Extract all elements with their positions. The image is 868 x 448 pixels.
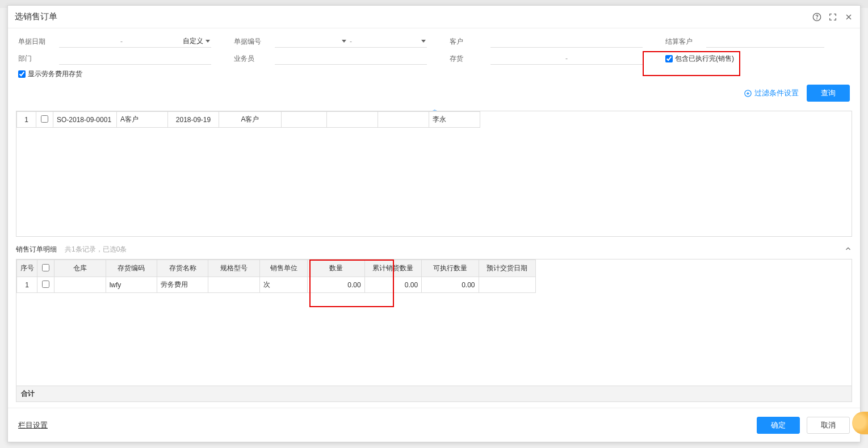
cell-seq: 1 (17, 277, 37, 293)
filter-settle-customer[interactable] (706, 35, 824, 48)
th-spec: 规格型号 (208, 260, 259, 277)
cancel-button[interactable]: 取消 (807, 417, 850, 434)
filter-dept[interactable] (59, 52, 211, 65)
filter-label-docno: 单据编号 (234, 37, 263, 47)
ok-button[interactable]: 确定 (757, 417, 800, 434)
th-stockcode: 存货编码 (106, 260, 157, 277)
cell-seq: 1 (17, 112, 36, 128)
dialog-title: 选销售订单 (15, 11, 812, 22)
cell-qty: 0.00 (308, 277, 364, 293)
dialog-footer: 栏目设置 确定 取消 (8, 408, 860, 442)
cell-docno: SO-2018-09-0001 (53, 112, 117, 128)
filter-label-settlecustomer: 结算客户 (665, 37, 695, 47)
cell-owner: 李永 (429, 112, 480, 128)
filter-label-stock: 存货 (450, 54, 479, 64)
filter-label-customer: 客户 (450, 37, 479, 47)
detail-title: 销售订单明细 (16, 245, 57, 254)
chevron-down-icon (421, 40, 426, 43)
row-checkbox[interactable] (41, 115, 48, 123)
cell-settle-customer: A客户 (219, 112, 282, 128)
cell-cumqty: 0.00 (364, 277, 421, 293)
th-expectdate: 预计交货日期 (479, 260, 535, 277)
help-icon[interactable] (812, 12, 821, 22)
cell-spec (208, 277, 259, 293)
order-table-wrap: 1 SO-2018-09-0001 A客户 2018-09-19 A客户 李永 (16, 111, 852, 237)
table-row[interactable]: 1 lwfy 劳务费用 次 0.00 0.00 0.00 (17, 277, 536, 293)
detail-count: 共1条记录，已选0条 (65, 245, 127, 254)
th-stockname: 存货名称 (157, 260, 208, 277)
sum-row: 合计 (16, 386, 852, 402)
th-cumqty: 累计销货数量 (364, 260, 421, 277)
table-row[interactable]: 1 SO-2018-09-0001 A客户 2018-09-19 A客户 李永 (17, 112, 480, 128)
filter-salesman[interactable] (275, 52, 427, 65)
detail-select-all-checkbox[interactable] (42, 264, 49, 271)
th-execqty: 可执行数量 (422, 260, 479, 277)
sum-label: 合计 (21, 389, 35, 399)
cell-execqty: 0.00 (422, 277, 479, 293)
filter-label-dept: 部门 (18, 54, 48, 64)
detail-collapse-icon[interactable] (844, 245, 852, 254)
cell-expectdate (479, 277, 535, 293)
detail-table-wrap: 序号 仓库 存货编码 存货名称 规格型号 销售单位 数量 累计销货数量 可执行数… (16, 259, 852, 386)
filter-stock-range[interactable]: - (490, 52, 643, 65)
cell-warehouse (54, 277, 106, 293)
th-seq: 序号 (17, 260, 37, 277)
filter-docno-range[interactable]: - (275, 35, 427, 48)
filter-label-salesman: 业务员 (234, 54, 263, 64)
cell-unit: 次 (259, 277, 307, 293)
filter-panel: 单据日期 - 自定义 单据编号 - 客户 (8, 28, 860, 82)
detail-row-checkbox[interactable] (42, 280, 49, 288)
chevron-down-icon (342, 40, 346, 43)
query-button[interactable]: 查询 (807, 85, 850, 102)
cell-customer: A客户 (117, 112, 168, 128)
include-done-checkbox[interactable] (665, 55, 673, 62)
show-service-label: 显示劳务费用存货 (28, 69, 82, 79)
dialog-header: 选销售订单 (8, 6, 860, 28)
th-unit: 销售单位 (259, 260, 307, 277)
filter-date-custom-select[interactable]: 自定义 (183, 36, 210, 46)
fullscreen-icon[interactable] (828, 12, 837, 22)
cell-stockname: 劳务费用 (157, 277, 208, 293)
show-service-checkbox[interactable] (18, 70, 26, 78)
close-icon[interactable] (844, 12, 853, 22)
th-qty: 数量 (308, 260, 364, 277)
svg-point-1 (817, 19, 817, 19)
select-sales-order-dialog: 选销售订单 单据日期 - 自定义 (7, 5, 861, 442)
cell-empty1 (282, 112, 327, 128)
include-done-label: 包含已执行完(销售) (675, 54, 734, 64)
th-warehouse: 仓库 (54, 260, 106, 277)
filter-date-range[interactable]: - 自定义 (59, 35, 211, 48)
cell-empty2 (327, 112, 378, 128)
chevron-down-icon (206, 40, 210, 43)
filter-settings-link[interactable]: 过滤条件设置 (744, 88, 799, 98)
column-settings-link[interactable]: 栏目设置 (18, 420, 48, 430)
detail-table: 序号 仓库 存货编码 存货名称 规格型号 销售单位 数量 累计销货数量 可执行数… (16, 259, 536, 293)
filter-customer[interactable] (490, 35, 643, 48)
cell-empty3 (378, 112, 429, 128)
filter-label-date: 单据日期 (18, 37, 48, 47)
cell-date: 2018-09-19 (168, 112, 219, 128)
order-table: 1 SO-2018-09-0001 A客户 2018-09-19 A客户 李永 (16, 111, 480, 128)
cell-stockcode: lwfy (106, 277, 157, 293)
